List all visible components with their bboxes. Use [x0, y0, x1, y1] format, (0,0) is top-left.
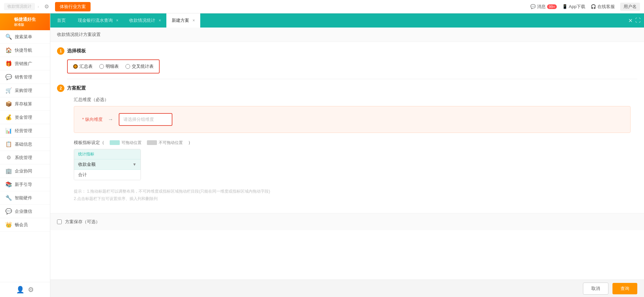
sidebar-label-sales: 销售管理 — [15, 74, 32, 80]
sidebar-item-enterprise[interactable]: 🏢 企业协同 — [0, 164, 50, 178]
dim-placeholder: 请选择分组维度 — [123, 116, 154, 122]
sidebar-item-wechat[interactable]: 💬 企业微信 — [0, 205, 50, 218]
main-content: 首页 现金银行流水查询 × 收款情况统计 × 新建方案 × ✕ ⛶ — [50, 13, 644, 297]
sidebar-label-wechat: 企业微信 — [15, 208, 32, 214]
dim-select-box[interactable]: 请选择分组维度 — [119, 113, 172, 126]
smart-hw-icon: 🔧 — [5, 195, 12, 201]
radio-summary[interactable]: 汇总表 — [73, 63, 93, 69]
sidebar-bottom-icon-2[interactable]: ⚙ — [28, 286, 34, 294]
sidebar-label-smart-hw: 智能硬件 — [15, 195, 32, 201]
breadcrumb-area: 收款情况统计 › ⚙ 体验行业方案 — [4, 2, 530, 11]
indicator-table: 统计指标 收款金额 ▼ 合计 — [74, 149, 141, 180]
sidebar-item-system[interactable]: ⚙ 系统管理 — [0, 151, 50, 164]
fixed-label: 不可拖动位置 — [159, 140, 183, 146]
tab-payment-stat-label: 收款情况统计 — [129, 17, 155, 23]
operations-icon: 📊 — [5, 128, 12, 134]
dimension-area: * 纵向维度 → 请选择分组维度 — [74, 106, 631, 133]
logo-text: 畅捷通好生 — [14, 16, 36, 22]
step1-title: 选择模板 — [67, 48, 86, 54]
tab-home[interactable]: 首页 — [50, 13, 72, 28]
query-button[interactable]: 查询 — [612, 283, 637, 294]
sidebar-bottom-icon-1[interactable]: 👤 — [16, 286, 24, 294]
tab-new-plan-label: 新建方案 — [172, 17, 189, 23]
tab-cashflow[interactable]: 现金银行流水查询 × — [72, 13, 124, 28]
tab-new-plan-close[interactable]: × — [193, 18, 195, 23]
tab-payment-stat-close[interactable]: × — [159, 18, 161, 23]
sidebar-label-marketing: 营销推广 — [15, 61, 32, 67]
dimension-row: * 纵向维度 → 请选择分组维度 — [82, 113, 622, 126]
radio-detail-label: 明细表 — [106, 63, 119, 69]
page-title-bar: 收款情况统计方案设置 — [50, 28, 644, 42]
sidebar-label-inventory: 库存核算 — [15, 101, 32, 107]
guide-icon: 📚 — [5, 181, 12, 188]
user-area[interactable]: 用户名 — [620, 3, 640, 11]
sidebar-item-marketing[interactable]: 🎁 营销推广 — [0, 57, 50, 70]
sidebar-item-quick-nav[interactable]: 🏠 快捷导航 — [0, 44, 50, 57]
step2-title: 方案配置 — [67, 85, 86, 91]
sidebar-label-enterprise: 企业协同 — [15, 168, 32, 174]
sidebar-label-guide: 新手引导 — [15, 182, 32, 188]
tab-cashflow-label: 现金银行流水查询 — [78, 17, 113, 23]
radio-detail[interactable]: 明细表 — [99, 63, 119, 69]
sidebar-label-quick-nav: 快捷导航 — [15, 47, 32, 53]
expand-window-btn[interactable]: ⛶ — [635, 17, 641, 23]
basic-info-icon: 📋 — [5, 141, 12, 147]
sidebar-item-finance[interactable]: 💰 资金管理 — [0, 111, 50, 124]
system-icon: ⚙ — [5, 154, 12, 161]
service-button[interactable]: 🎧 在线客服 — [591, 4, 615, 10]
cancel-button[interactable]: 取消 — [583, 283, 608, 295]
radio-cross-input[interactable] — [125, 64, 130, 69]
page-inner: 收款情况统计方案设置 1 选择模板 汇总表 — [50, 28, 644, 280]
sidebar-item-member[interactable]: 👑 畅会员 — [0, 218, 50, 232]
draggable-color-box — [110, 140, 120, 145]
indicator-item-row[interactable]: 收款金额 ▼ — [74, 159, 141, 170]
enterprise-icon: 🏢 — [5, 168, 12, 174]
tab-home-label: 首页 — [57, 17, 66, 23]
sidebar-item-search-menu[interactable]: 🔍 搜索菜单 — [0, 30, 50, 44]
indicator-col-header: 统计指标 — [74, 149, 141, 159]
draggable-label: 可拖动位置 — [121, 140, 142, 146]
sidebar-item-basic-info[interactable]: 📋 基础信息 — [0, 138, 50, 151]
sidebar-item-inventory[interactable]: 📦 库存核算 — [0, 97, 50, 111]
finance-icon: 💰 — [5, 114, 12, 120]
sidebar-label-purchase: 采购管理 — [15, 88, 32, 94]
dim-arrow: → — [108, 116, 113, 122]
sidebar-item-smart-hw[interactable]: 🔧 智能硬件 — [0, 191, 50, 205]
sidebar: 畅捷通好生 标准版 🔍 搜索菜单 🏠 快捷导航 🎁 营销推广 💬 销售管理 🛒 … — [0, 13, 50, 297]
close-window-btn[interactable]: ✕ — [628, 17, 633, 24]
trial-btn[interactable]: 体验行业方案 — [55, 2, 91, 11]
template-options: 汇总表 明细表 交叉统计表 — [67, 59, 160, 73]
indicator-legend: 可拖动位置 不可拖动位置 ） — [110, 140, 193, 146]
sidebar-item-sales[interactable]: 💬 销售管理 — [0, 70, 50, 84]
subtotal-label: 合计 — [78, 172, 87, 177]
tab-new-plan[interactable]: 新建方案 × — [166, 13, 200, 28]
radio-cross-label: 交叉统计表 — [132, 63, 154, 69]
footer-bar: 取消 查询 — [50, 280, 644, 297]
sidebar-item-operations[interactable]: 📊 经营管理 — [0, 124, 50, 138]
header-right: 💬 消息 99+ 📱 App下载 🎧 在线客服 用户名 — [530, 3, 640, 11]
sidebar-item-guide[interactable]: 📚 新手引导 — [0, 178, 50, 191]
tab-cashflow-close[interactable]: × — [116, 18, 118, 23]
download-button[interactable]: 📱 App下载 — [562, 4, 585, 10]
step1-header: 1 选择模板 — [57, 47, 637, 55]
hint-area: 提示： 1.拖动标题栏可以调整布局，不可跨维度或指标区域拖动栏目段(只能在同一维… — [74, 188, 631, 202]
radio-summary-input[interactable] — [73, 64, 78, 69]
save-checkbox[interactable] — [57, 219, 62, 224]
message-icon: 💬 — [530, 4, 536, 9]
step2-num: 2 — [57, 85, 64, 92]
fixed-color-box — [147, 140, 157, 145]
radio-cross[interactable]: 交叉统计表 — [125, 63, 154, 69]
hint-1: 提示： 1.拖动标题栏可以调整布局，不可跨维度或指标区域拖动栏目段(只能在同一维… — [74, 188, 631, 195]
indicator-chevron[interactable]: ▼ — [132, 162, 137, 167]
settings-icon[interactable]: ⚙ — [44, 3, 49, 10]
message-button[interactable]: 💬 消息 99+ — [530, 4, 557, 10]
sidebar-item-purchase[interactable]: 🛒 采购管理 — [0, 84, 50, 97]
indicator-item-label: 收款金额 — [78, 161, 96, 167]
sidebar-label-search-menu: 搜索菜单 — [15, 34, 32, 40]
tab-payment-stat[interactable]: 收款情况统计 × — [124, 13, 166, 28]
tabs-bar: 首页 现金银行流水查询 × 收款情况统计 × 新建方案 × ✕ ⛶ — [50, 13, 644, 28]
radio-detail-input[interactable] — [99, 64, 104, 69]
sidebar-label-system: 系统管理 — [15, 155, 32, 161]
app-layout: 畅捷通好生 标准版 🔍 搜索菜单 🏠 快捷导航 🎁 营销推广 💬 销售管理 🛒 … — [0, 13, 644, 297]
legend-close-paren: ） — [188, 140, 193, 146]
